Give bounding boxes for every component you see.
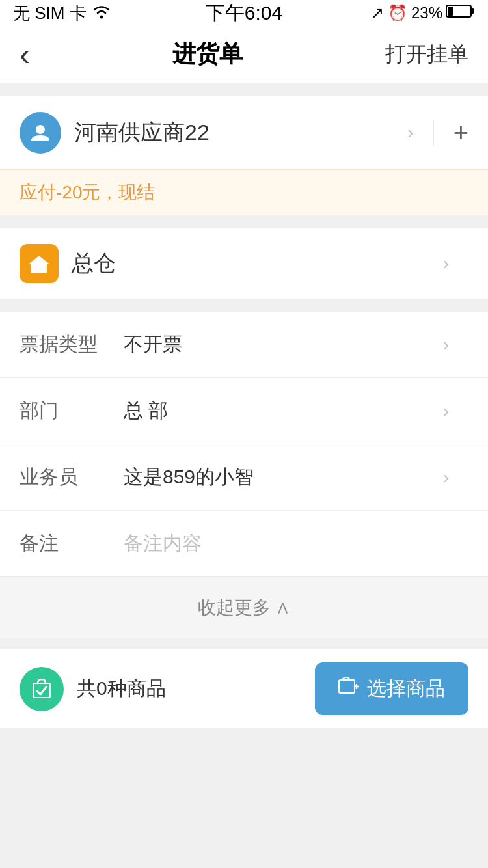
invoice-type-row[interactable]: 票据类型 不开票 ›	[0, 312, 488, 377]
supplier-chevron-icon: ›	[407, 122, 413, 143]
svg-rect-8	[33, 683, 50, 698]
department-row[interactable]: 部门 总 部 ›	[0, 377, 488, 444]
select-product-label: 选择商品	[367, 675, 445, 702]
status-right: ↗ ⏰ 23%	[371, 4, 475, 22]
supplier-name: 河南供应商22	[74, 118, 407, 148]
supplier-avatar	[20, 112, 61, 154]
notice-text: 应付-20元，现结	[20, 182, 155, 202]
warehouse-icon	[20, 244, 59, 283]
alarm-icon: ⏰	[388, 4, 407, 22]
battery-icon	[446, 4, 475, 22]
svg-point-4	[36, 125, 45, 134]
salesperson-label: 业务员	[20, 464, 111, 491]
status-time: 下午6:04	[206, 0, 282, 27]
department-chevron-icon: ›	[443, 401, 449, 422]
back-button[interactable]: ‹	[20, 36, 30, 72]
warehouse-section: 总仓 ›	[0, 228, 488, 299]
select-product-button[interactable]: 选择商品	[315, 662, 468, 715]
product-icon	[20, 667, 64, 711]
section-gap-1	[0, 83, 488, 96]
collapse-toggle[interactable]: 收起更多 ∧	[0, 576, 488, 638]
divider	[433, 120, 434, 146]
remark-label: 备注	[20, 530, 111, 557]
salesperson-value: 这是859的小智	[124, 464, 443, 491]
status-bar: 无 SIM 卡 下午6:04 ↗ ⏰ 23%	[0, 0, 488, 26]
invoice-type-chevron-icon: ›	[443, 334, 449, 355]
carrier-text: 无 SIM 卡	[13, 2, 87, 25]
section-gap-3	[0, 299, 488, 312]
collapse-label: 收起更多 ∧	[198, 595, 291, 620]
department-value: 总 部	[124, 398, 443, 424]
department-label: 部门	[20, 398, 111, 424]
svg-rect-7	[36, 266, 42, 273]
open-pending-button[interactable]: 打开挂单	[385, 40, 468, 69]
salesperson-row[interactable]: 业务员 这是859的小智 ›	[0, 444, 488, 510]
svg-marker-6	[29, 256, 49, 264]
form-section: 票据类型 不开票 › 部门 总 部 › 业务员 这是859的小智 › 备注 备注…	[0, 312, 488, 576]
section-gap-4	[0, 638, 488, 649]
svg-rect-9	[339, 680, 355, 693]
warehouse-name: 总仓	[72, 249, 443, 278]
add-supplier-button[interactable]: +	[454, 118, 468, 148]
status-carrier: 无 SIM 卡	[13, 2, 111, 25]
supplier-section: 河南供应商22 › + 应付-20元，现结	[0, 96, 488, 215]
page-title: 进货单	[172, 38, 243, 70]
wifi-icon	[92, 3, 111, 23]
nav-bar: ‹ 进货单 打开挂单	[0, 26, 488, 83]
select-product-icon	[338, 677, 359, 700]
warehouse-row[interactable]: 总仓 ›	[0, 228, 488, 299]
notice-bar: 应付-20元，现结	[0, 169, 488, 215]
invoice-type-value: 不开票	[124, 331, 443, 358]
salesperson-chevron-icon: ›	[443, 467, 449, 488]
location-icon: ↗	[371, 4, 384, 22]
svg-point-0	[100, 15, 103, 18]
section-gap-2	[0, 215, 488, 228]
remark-input[interactable]: 备注内容	[124, 530, 468, 557]
battery-text: 23%	[411, 4, 442, 22]
remark-row[interactable]: 备注 备注内容	[0, 510, 488, 576]
svg-rect-3	[448, 7, 453, 16]
svg-rect-2	[471, 8, 474, 14]
product-count-text: 共0种商品	[77, 675, 315, 702]
warehouse-chevron-icon: ›	[443, 253, 449, 274]
product-bar: 共0种商品 选择商品	[0, 649, 488, 728]
invoice-type-label: 票据类型	[20, 331, 111, 358]
supplier-row[interactable]: 河南供应商22 › +	[0, 96, 488, 169]
